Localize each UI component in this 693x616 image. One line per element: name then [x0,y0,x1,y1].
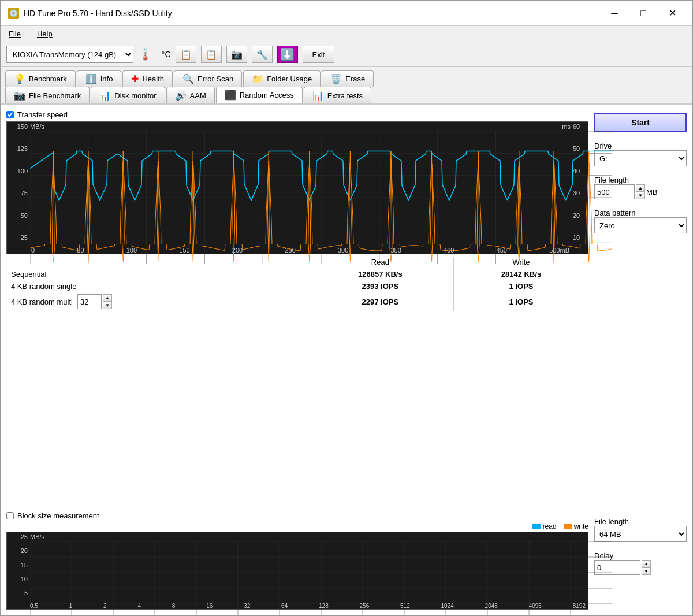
window-title: HD Tune Pro 5.70 - Hard Disk/SSD Utility [24,9,172,18]
transfer-speed-row: Transfer speed [6,110,588,119]
file-length-spin: ▲ ▼ [636,184,645,199]
bottom-file-length-dropdown[interactable]: 64 MB 128 MB 256 MB [594,526,687,542]
drive-selector[interactable]: KIOXIA TransMemory (124 gB) [6,46,133,63]
disk-monitor-icon: 📊 [99,90,111,101]
multi-queue-input[interactable]: ▲ ▼ [77,294,112,309]
tab-disk-monitor-label: Disk monitor [114,91,156,100]
4kb-single-read: 2393 IOPS [307,280,453,292]
file-length-spin-down[interactable]: ▼ [636,192,645,199]
extra-tests-icon: 📊 [312,90,324,101]
queue-depth-input[interactable] [77,294,102,309]
copy-btn-2[interactable]: 📋 [201,46,222,63]
queue-spin-up[interactable]: ▲ [103,294,112,302]
tab-folder-usage[interactable]: 📁 Folder Usage [243,70,321,87]
sequential-read: 126857 KB/s [307,268,453,281]
tab-error-scan[interactable]: 🔍 Error Scan [174,70,242,87]
benchmark-icon: 💡 [14,73,25,84]
tab-aam[interactable]: 🔊 AAM [166,87,215,103]
tab-disk-monitor[interactable]: 📊 Disk monitor [91,87,165,103]
block-size-row: Block size measurement [6,511,588,520]
file-benchmark-icon: 📷 [14,90,25,101]
bottom-file-length-section: File length 64 MB 128 MB 256 MB [594,514,687,542]
random-access-icon: ⬛ [225,90,236,101]
folder-usage-icon: 📁 [252,73,263,84]
sequential-write: 28142 KB/s [454,268,588,281]
tab-file-benchmark[interactable]: 📷 File Benchmark [5,87,90,103]
bottom-file-length-label: File length [594,517,687,526]
stats-table: Read Write Sequential 126857 KB/s 28142 … [6,257,588,311]
chart-x-labels: 0 50 100 150 200 250 300 350 400 450 500… [30,247,571,254]
4kb-multi-read: 2297 IOPS [307,292,453,311]
tab-erase-label: Erase [345,75,365,83]
info-icon: ℹ️ [85,73,97,84]
minimize-button[interactable]: ─ [601,5,628,22]
menu-file[interactable]: File [5,28,24,39]
tab-info[interactable]: ℹ️ Info [77,70,122,87]
start-button[interactable]: Start [594,113,687,132]
bottom-chart-y-labels: 25 20 15 10 5 [7,532,30,598]
chart-unit-left: MB/s [30,123,44,130]
tab-random-access[interactable]: ⬛ Random Access [216,87,303,103]
app-icon: 💿 [8,8,19,19]
copy-btn-1[interactable]: 📋 [176,46,196,63]
exit-button[interactable]: Exit [303,46,335,63]
tab-health[interactable]: ✚ Health [122,70,173,87]
legend-write: write [564,522,588,530]
section-divider [6,504,687,504]
bottom-chart-unit-left: MB/s [30,533,44,540]
delay-spin-buttons: ▲ ▼ [642,560,651,575]
main-chart-container: MB/s ms 150 125 100 75 50 25 60 50 40 [6,121,588,254]
file-length-unit: MB [646,188,658,196]
transfer-speed-checkbox[interactable] [6,111,14,118]
sequential-label: Sequential [6,268,307,281]
tab-extra-tests[interactable]: 📊 Extra tests [304,87,371,103]
tab-file-benchmark-label: File Benchmark [29,91,81,100]
toolbar: KIOXIA TransMemory (124 gB) 🌡️ – °C 📋 📋 … [1,42,692,67]
bottom-chart-x-labels: 0.5 1 2 4 8 16 32 64 128 256 512 1024 20… [30,603,586,609]
tabs-row-1: 💡 Benchmark ℹ️ Info ✚ Health 🔍 Error Sca… [1,67,692,87]
block-size-checkbox[interactable] [6,512,14,519]
tab-benchmark[interactable]: 💡 Benchmark [5,70,76,87]
bottom-chart-container: MB/s 25 20 15 10 5 0.5 1 2 4 8 [6,532,588,610]
bottom-section: Block size measurement read write MB/s [6,511,687,610]
4kb-single-label: 4 KB random single [6,280,307,292]
file-length-spin-up[interactable]: ▲ [636,184,645,192]
temp-value: – [155,50,159,59]
error-scan-icon: 🔍 [182,73,194,84]
legend-read-dot [532,524,541,529]
tab-info-label: Info [100,75,113,83]
tab-aam-label: AAM [190,91,206,100]
maximize-button[interactable]: □ [630,5,657,22]
4kb-multi-write: 1 IOPS [454,292,588,311]
content-area: Transfer speed MB/s ms 150 125 100 75 50… [1,105,692,615]
thermometer-icon: 🌡️ [138,47,152,61]
download-btn[interactable]: ⬇️ [277,46,298,63]
tab-benchmark-label: Benchmark [29,75,67,83]
aam-icon: 🔊 [175,90,187,101]
title-bar: 💿 HD Tune Pro 5.70 - Hard Disk/SSD Utili… [1,1,692,26]
delay-spin-up[interactable]: ▲ [642,560,651,567]
settings-btn[interactable]: 🔧 [252,46,273,63]
queue-spin-down[interactable]: ▼ [103,302,112,309]
health-icon: ✚ [131,73,139,84]
tab-health-label: Health [142,75,164,83]
chart-unit-right: ms [562,123,571,130]
main-chart-canvas [30,131,612,264]
camera-btn[interactable]: 📷 [226,46,247,63]
delay-spin-down[interactable]: ▼ [642,567,651,575]
4kb-single-write: 1 IOPS [454,280,588,292]
bottom-chart-area: Block size measurement read write MB/s [6,511,588,610]
close-button[interactable]: ✕ [659,5,685,22]
tab-erase[interactable]: 🗑️ Erase [322,70,374,87]
temp-unit: °C [162,50,171,59]
4kb-multi-label: 4 KB random multi ▲ ▼ [6,292,307,311]
menu-help[interactable]: Help [33,28,56,39]
chart-y-labels-left: 150 125 100 75 50 25 [7,122,30,242]
queue-spin-buttons: ▲ ▼ [103,294,112,309]
table-row: 4 KB random multi ▲ ▼ [6,292,588,311]
title-controls: ─ □ ✕ [601,5,685,22]
legend-write-label: write [574,522,588,530]
tab-extra-tests-label: Extra tests [327,91,363,100]
main-layout: Transfer speed MB/s ms 150 125 100 75 50… [6,110,687,497]
transfer-speed-label: Transfer speed [17,110,68,119]
